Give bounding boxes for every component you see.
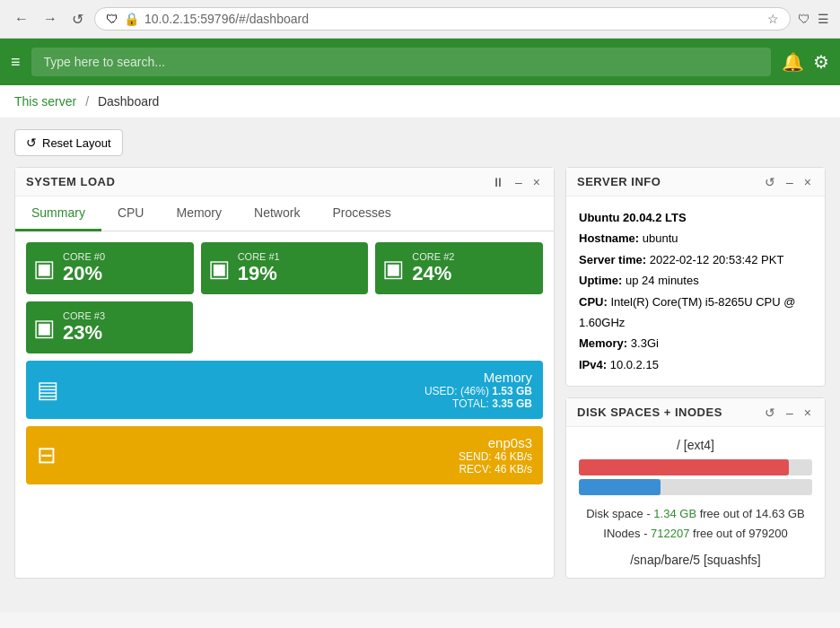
core-1-pct: 19%: [238, 262, 280, 285]
core-3-name: CORE #3: [63, 310, 105, 321]
core-3-info: CORE #3 23%: [63, 310, 105, 345]
server-info-close-button[interactable]: ×: [801, 176, 814, 188]
core-2-pct: 24%: [412, 262, 454, 285]
disk-bars: [579, 459, 812, 495]
disk-bar-red-fill: [579, 459, 789, 475]
cpu-value: Intel(R) Core(TM) i5-8265U CPU @ 1.60GHz: [579, 295, 795, 329]
settings-icon[interactable]: ⚙: [813, 51, 829, 73]
tab-network[interactable]: Network: [238, 196, 316, 231]
inodes-free-value: 712207: [651, 527, 689, 540]
server-info-controls: ↺ – ×: [762, 176, 814, 188]
system-load-controls: ⏸ – ×: [489, 176, 543, 188]
core-0-pct: 20%: [63, 262, 105, 285]
memory-total: TOTAL: 3.35 GB: [68, 397, 532, 410]
breadcrumb-current: Dashboard: [98, 94, 160, 109]
uptime-value: up 24 minutes: [626, 274, 699, 287]
ipv4-value: 10.0.2.15: [610, 358, 659, 371]
system-load-panel: SYSTEM LOAD ⏸ – × Summary CPU Memory Net…: [14, 167, 555, 579]
right-column: SERVER INFO ↺ – × Ubuntu 20.04.2 LTS Hos…: [565, 167, 826, 579]
pause-button[interactable]: ⏸: [489, 176, 507, 188]
minimize-button[interactable]: –: [512, 176, 525, 188]
core-0-name: CORE #0: [63, 251, 105, 262]
system-load-body: ▣ CORE #0 20% ▣ CORE #1 19%: [15, 231, 554, 495]
forward-button[interactable]: →: [39, 9, 61, 29]
memory-label: Memory:: [579, 336, 627, 350]
cpu-3-icon: ▣: [33, 314, 56, 342]
disk-spaces-panel: DISK SPACES + INODES ↺ – × / [ext4]: [565, 397, 826, 579]
content-area: ↺ Reset Layout SYSTEM LOAD ⏸ – × Summary…: [0, 118, 840, 612]
disk-close-button[interactable]: ×: [801, 406, 814, 419]
server-info-title: SERVER INFO: [577, 175, 762, 188]
memory-used-value: 1.53 GB: [492, 385, 532, 397]
core-0-info: CORE #0 20%: [63, 251, 105, 285]
tab-memory[interactable]: Memory: [160, 196, 238, 231]
core-2-info: CORE #2 24%: [412, 251, 454, 285]
cores-grid: ▣ CORE #0 20% ▣ CORE #1 19%: [26, 242, 543, 294]
panels-row: SYSTEM LOAD ⏸ – × Summary CPU Memory Net…: [14, 167, 826, 579]
disk-space-text: Disk space - 1.34 GB free out of 14.63 G…: [579, 504, 812, 524]
memory-total-label: TOTAL:: [452, 397, 489, 410]
address-bar[interactable]: 🛡 🔒 10.0.2.15:59796/#/dashboard ☆: [94, 7, 791, 31]
tab-processes[interactable]: Processes: [316, 196, 407, 231]
close-button[interactable]: ×: [530, 176, 543, 188]
server-info-minimize-button[interactable]: –: [783, 176, 796, 188]
core-2-name: CORE #2: [412, 251, 454, 262]
breadcrumb-link[interactable]: This server: [14, 94, 76, 109]
memory-info: Memory USED: (46%) 1.53 GB TOTAL: 3.35 G…: [68, 370, 532, 410]
reset-icon: ↺: [26, 135, 37, 150]
disk-refresh-button[interactable]: ↺: [762, 406, 778, 419]
reset-label: Reset Layout: [42, 136, 111, 150]
core-1-card: ▣ CORE #1 19%: [201, 242, 369, 294]
hamburger-icon[interactable]: ≡: [11, 53, 21, 72]
system-load-header: SYSTEM LOAD ⏸ – ×: [15, 168, 554, 196]
memory-icon: ▤: [37, 376, 59, 404]
breadcrumb-bar: This server / Dashboard: [0, 85, 840, 118]
inodes-total-value: 979200: [748, 527, 787, 540]
os-label: Ubuntu 20.04.2 LTS: [579, 211, 687, 224]
hostname-value: ubuntu: [643, 231, 678, 245]
disk2-label: /snap/bare/5 [squashfs]: [579, 553, 812, 567]
network-send: SEND: 46 KB/s: [66, 450, 532, 463]
breadcrumb: This server / Dashboard: [14, 94, 159, 109]
bookmark-icon[interactable]: ☆: [767, 12, 779, 26]
network-card: ⊟ enp0s3 SEND: 46 KB/s RECV: 46 KB/s: [26, 426, 543, 484]
reset-layout-button[interactable]: ↺ Reset Layout: [14, 129, 123, 156]
core-1-info: CORE #1 19%: [238, 251, 280, 285]
server-info-header: SERVER INFO ↺ – ×: [566, 168, 825, 196]
url-host: 10.0.2.15:: [144, 12, 200, 26]
breadcrumb-sep: /: [85, 94, 89, 109]
core-3-row: ▣ CORE #3 23%: [26, 301, 543, 353]
disk-bar-blue-track: [579, 479, 812, 495]
app-header: ≡ 🔔 ⚙: [0, 39, 840, 85]
url-display: 10.0.2.15:59796/#/dashboard: [144, 12, 309, 26]
browser-chrome: ← → ↺ 🛡 🔒 10.0.2.15:59796/#/dashboard ☆ …: [0, 0, 840, 39]
disk-spaces-header: DISK SPACES + INODES ↺ – ×: [566, 398, 825, 427]
server-time-value: 2022-02-12 20:53:42 PKT: [650, 253, 784, 266]
tab-summary[interactable]: Summary: [15, 196, 101, 231]
header-icons: 🔔 ⚙: [782, 51, 829, 73]
disk-total-value: 14.63 GB: [756, 507, 805, 520]
bell-icon[interactable]: 🔔: [782, 51, 804, 73]
network-recv-value: 46 KB/s: [494, 463, 532, 475]
cpu-2-icon: ▣: [382, 255, 405, 283]
server-info-refresh-button[interactable]: ↺: [762, 176, 778, 188]
memory-value: 3.3Gi: [631, 336, 659, 350]
browser-menu-icon[interactable]: ☰: [818, 12, 829, 26]
tab-cpu[interactable]: CPU: [101, 196, 161, 231]
server-info-body: Ubuntu 20.04.2 LTS Hostname: ubuntu Serv…: [566, 196, 825, 386]
search-input[interactable]: [31, 48, 771, 76]
shield-icon[interactable]: 🛡: [798, 12, 810, 26]
cpu-1-icon: ▣: [208, 255, 231, 283]
server-info-panel: SERVER INFO ↺ – × Ubuntu 20.04.2 LTS Hos…: [565, 167, 826, 387]
browser-toolbar: 🛡 ☰: [798, 12, 829, 26]
disk-body: / [ext4] Disk space - 1.34 GB free out o…: [566, 427, 825, 578]
url-path: 59796/#/dashboard: [200, 12, 309, 26]
memory-total-value: 3.35 GB: [492, 397, 532, 410]
disk-minimize-button[interactable]: –: [783, 406, 796, 419]
server-time-label: Server time:: [579, 253, 646, 266]
refresh-button[interactable]: ↺: [68, 9, 87, 30]
memory-card: ▤ Memory USED: (46%) 1.53 GB TOTAL: 3.35…: [26, 361, 543, 419]
network-icon: ⊟: [37, 441, 57, 469]
network-recv: RECV: 46 KB/s: [66, 463, 532, 475]
back-button[interactable]: ←: [11, 9, 32, 29]
